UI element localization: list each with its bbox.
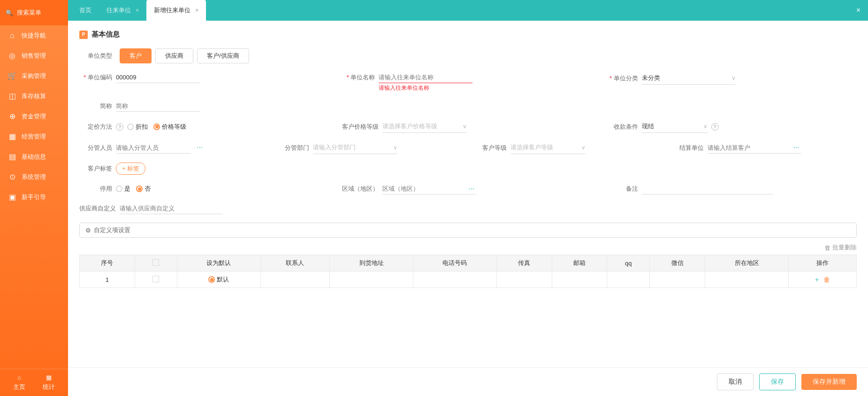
unit-name-input[interactable] <box>379 72 472 83</box>
tab-new-contact-close[interactable]: × <box>195 7 198 14</box>
settlement-unit-input[interactable] <box>708 142 792 153</box>
manager-dots-button[interactable]: ··· <box>195 143 205 152</box>
sidebar-item-sales[interactable]: ◎ 销售管理 <box>0 46 68 66</box>
sidebar-bottom-stats[interactable]: ▦ 统计 <box>43 374 55 391</box>
basic-info-icon: ▤ <box>8 152 17 161</box>
region-dots-button[interactable]: ··· <box>466 185 476 193</box>
row-checkbox[interactable] <box>152 276 159 282</box>
batch-delete-area: 🗑 批量删除 <box>79 243 857 252</box>
row-address <box>330 272 413 288</box>
main-close-button[interactable]: × <box>853 6 864 15</box>
short-name-group: 简称 <box>79 101 857 112</box>
customer-price-level-select[interactable]: 请选择客户价格等级 ∨ <box>382 120 467 133</box>
payment-terms-select[interactable]: 现结 ∨ <box>642 120 708 133</box>
form-row-5: 客户标签 + 标签 <box>79 163 857 175</box>
unit-type-both-button[interactable]: 客户/供应商 <box>197 48 249 63</box>
tab-home[interactable]: 首页 <box>72 0 99 21</box>
sidebar-item-inventory[interactable]: ◫ 库存核算 <box>0 86 68 106</box>
customer-level-select[interactable]: 请选择客户等级 ∨ <box>510 141 586 154</box>
sidebar-item-system[interactable]: ⊙ 系统管理 <box>0 167 68 187</box>
col-email: 邮箱 <box>552 255 607 272</box>
col-seq: 序号 <box>80 255 135 272</box>
disabled-group: 停用 是 否 <box>79 185 331 193</box>
sidebar-item-purchase[interactable]: 🛒 采购管理 <box>0 66 68 86</box>
tab-new-contact[interactable]: 新增往来单位 × <box>146 0 206 21</box>
row-actions: + 🗑 <box>788 272 856 288</box>
row-checkbox-cell <box>135 272 177 288</box>
guide-icon: ▣ <box>8 193 17 202</box>
sidebar-item-operations[interactable]: ▦ 经营管理 <box>0 126 68 147</box>
department-placeholder: 请输入分管部门 <box>313 143 391 152</box>
sidebar: 🔍 搜索菜单 ⌂ 快捷导航 ◎ 销售管理 🛒 采购管理 ◫ 库存核算 ⊕ 资金管… <box>0 0 68 396</box>
contacts-table: 序号 设为默认 联系人 到货地址 电话号码 传真 邮箱 qq 微信 所在地区 操… <box>79 255 857 288</box>
save-button[interactable]: 保存 <box>759 373 796 390</box>
manager-input[interactable] <box>116 142 195 153</box>
col-qq: qq <box>607 255 650 272</box>
unit-code-input[interactable] <box>116 72 200 83</box>
select-all-checkbox[interactable] <box>152 259 159 266</box>
row-add-button[interactable]: + <box>815 276 819 283</box>
supplier-custom-input[interactable] <box>120 203 223 214</box>
remark-input[interactable] <box>642 183 773 194</box>
pricing-discount-option[interactable]: 折扣 <box>127 123 148 131</box>
disabled-no-option[interactable]: 否 <box>136 185 151 193</box>
sidebar-item-basic-info[interactable]: ▤ 基础信息 <box>0 147 68 167</box>
unit-category-value: 未分类 <box>642 74 730 82</box>
settlement-unit-dots-button[interactable]: ··· <box>791 143 801 152</box>
department-select[interactable]: 请输入分管部门 ∨ <box>313 141 397 154</box>
custom-settings-button[interactable]: ⚙ 自定义项设置 <box>79 223 857 238</box>
row-default-radio-item[interactable]: 默认 <box>183 275 255 284</box>
cancel-button[interactable]: 取消 <box>717 373 754 390</box>
pricing-level-label: 价格等级 <box>162 123 186 131</box>
add-tag-button[interactable]: + 标签 <box>116 163 145 175</box>
pricing-level-option[interactable]: 价格等级 <box>153 123 186 131</box>
sidebar-item-quick-nav[interactable]: ⌂ 快捷导航 <box>0 26 68 46</box>
row-phone <box>413 272 497 288</box>
home-bottom-label: 主页 <box>13 383 25 391</box>
row-default-radio <box>208 276 215 283</box>
unit-name-group: 单位名称 请输入往来单位名称 <box>342 72 594 92</box>
unit-type-supplier-button[interactable]: 供应商 <box>155 48 193 63</box>
sidebar-item-label: 库存核算 <box>22 92 46 101</box>
sidebar-bottom-home[interactable]: ⌂ 主页 <box>13 374 25 391</box>
supplier-custom-group: 供应商自定义 <box>79 203 857 214</box>
disabled-no-radio <box>136 186 143 192</box>
save-and-new-button[interactable]: 保存并新增 <box>801 374 857 390</box>
unit-category-label: 单位分类 <box>605 74 638 83</box>
pricing-level-radio <box>153 124 160 130</box>
pricing-discount-radio <box>127 124 134 130</box>
customer-price-level-chevron: ∨ <box>463 123 467 130</box>
batch-delete-label[interactable]: 批量删除 <box>832 243 857 252</box>
tab-contacts-close[interactable]: × <box>136 7 139 14</box>
customer-price-level-label: 客户价格等级 <box>342 123 379 131</box>
sidebar-item-guide[interactable]: ▣ 新手引导 <box>0 187 68 207</box>
form-row-3: 定价方法 ? 折扣 价格等级 <box>79 120 857 133</box>
inventory-icon: ◫ <box>8 92 17 101</box>
sales-icon: ◎ <box>8 51 17 60</box>
customer-price-level-placeholder: 请选择客户价格等级 <box>382 122 461 131</box>
short-name-input[interactable] <box>116 101 200 112</box>
row-seq: 1 <box>80 272 135 288</box>
remark-label: 备注 <box>605 185 638 193</box>
unit-category-select[interactable]: 未分类 ∨ <box>642 72 736 85</box>
row-default-cell: 默认 <box>177 272 260 288</box>
region-input[interactable] <box>382 183 466 194</box>
settlement-unit-group: 结算单位 ··· <box>671 142 857 154</box>
sidebar-item-finance[interactable]: ⊕ 资金管理 <box>0 106 68 126</box>
custom-settings-label: 自定义项设置 <box>94 226 130 234</box>
disabled-no-label: 否 <box>145 185 151 193</box>
manager-label: 分管人员 <box>79 144 112 152</box>
manager-input-group: ··· <box>116 142 191 154</box>
sidebar-item-label: 快捷导航 <box>22 31 46 40</box>
row-delete-button[interactable]: 🗑 <box>823 276 830 283</box>
search-menu-button[interactable]: 🔍 搜索菜单 <box>0 5 68 21</box>
unit-type-customer-button[interactable]: 客户 <box>120 48 152 63</box>
disabled-yes-option[interactable]: 是 <box>116 185 130 193</box>
pricing-discount-label: 折扣 <box>136 123 148 131</box>
pricing-question-icon[interactable]: ? <box>116 123 123 131</box>
short-name-label: 简称 <box>79 102 112 110</box>
customer-level-label: 客户等级 <box>474 144 507 152</box>
payment-terms-question-icon[interactable]: ? <box>711 123 719 131</box>
tab-contacts[interactable]: 往来单位 × <box>99 0 146 21</box>
supplier-custom-label: 供应商自定义 <box>79 204 116 213</box>
